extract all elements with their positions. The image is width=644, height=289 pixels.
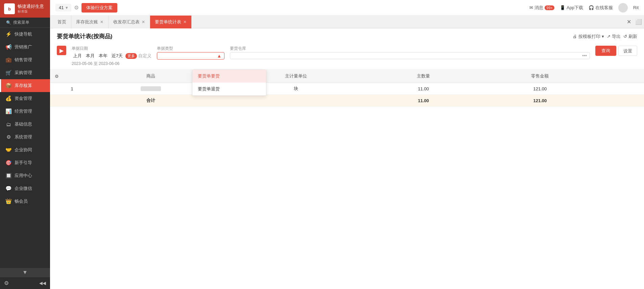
footer-label: 合计 [80, 95, 221, 107]
filter-more-btn[interactable]: 更多 [125, 53, 137, 59]
sidebar-item-member[interactable]: 👑畅会员 [0, 195, 50, 208]
tab-close-order-stat[interactable]: ✕ [183, 20, 187, 24]
sidebar-item-finance[interactable]: 💰资金管理 [0, 92, 50, 105]
tab-close-batch-account[interactable]: ✕ [100, 20, 103, 24]
tab-label-receipt-summary: 收发存汇总表 [113, 19, 140, 25]
online-service-btn[interactable]: 🎧 在线客服 [589, 5, 613, 11]
page-header: 要货单统计表(按商品) 🖨 按模板打印 ▾ ↗ 导出 ↺ 刷新 [50, 28, 644, 43]
print-icon: 🖨 [573, 34, 577, 39]
message-label: 消息 [534, 5, 543, 11]
refresh-label: 刷新 [628, 34, 637, 40]
nav-label-sales: 销售管理 [15, 57, 32, 63]
app-download-btn[interactable]: 📱 App下载 [560, 5, 583, 11]
chevron-down-icon: ▾ [66, 5, 68, 10]
filter-date-group: 单据日期 上月 本月 本年 近7天 更多 自定义 2023-05-06 至 20… [72, 46, 151, 67]
nav-icon-sales: 💼 [5, 57, 12, 63]
query-btn[interactable]: 查询 [595, 46, 616, 56]
app-logo: b 畅捷通好生意 标准版 [0, 0, 50, 18]
topbar-gear-icon[interactable]: ⚙ [74, 4, 79, 11]
sidebar-item-basic[interactable]: 🗂基础信息 [0, 118, 50, 131]
app-download-label: App下载 [567, 5, 583, 11]
refresh-btn[interactable]: ↺ 刷新 [623, 34, 637, 40]
table-header-row: ⚙ 商品 主计量单位 主数量 零售金额 [50, 70, 644, 83]
nav-label-system: 系统管理 [15, 134, 32, 140]
filter-date-range: 2023-05-06 至 2023-06-06 [72, 61, 119, 67]
collapse-icon[interactable]: ◀◀ [39, 281, 46, 286]
filter-custom-btn[interactable]: 自定义 [138, 53, 151, 59]
footer-empty1 [50, 95, 64, 107]
print-chevron-icon: ▾ [602, 34, 604, 39]
message-btn[interactable]: ✉ 消息 99+ [529, 5, 554, 11]
sidebar-item-guide[interactable]: 🎯新手引导 [0, 156, 50, 169]
dropdown-item-order-goods[interactable]: 要货单要货 [192, 70, 266, 83]
sidebar-item-operation[interactable]: 📊经营管理 [0, 105, 50, 118]
avatar[interactable] [618, 3, 628, 13]
tab-close-receipt-summary[interactable]: ✕ [142, 20, 145, 24]
tabs-bar: 首页库存批次账✕收发存汇总表✕要货单统计表✕ ✕ ⬜ [50, 16, 644, 28]
settings-icon[interactable]: ⚙ [4, 280, 9, 286]
sidebar-item-inventory[interactable]: 📦库存核算 [0, 79, 50, 92]
th-no [64, 70, 80, 83]
app-name: 畅捷通好生意 [18, 4, 44, 9]
topbar-left: 41 ▾ ⚙ 体验行业方案 [55, 3, 529, 13]
nav-icon-appstore: 🔲 [5, 173, 12, 179]
nav-icon-quick-nav: ⚡ [5, 31, 12, 37]
sidebar-item-quick-nav[interactable]: ⚡快捷导航 [0, 28, 50, 41]
filter-last-month-btn[interactable]: 上月 [72, 52, 83, 60]
nav-label-guide: 新手引导 [15, 160, 32, 166]
th-qty: 主数量 [371, 70, 476, 83]
filter-type-input-wrap: ▲ [157, 52, 224, 60]
export-btn[interactable]: ↗ 导出 [607, 34, 621, 40]
tab-batch-account[interactable]: 库存批次账✕ [71, 16, 109, 28]
sidebar-item-system[interactable]: ⚙系统管理 [0, 131, 50, 143]
app-sub: 标准版 [18, 9, 44, 14]
logo-icon: b [4, 3, 15, 14]
sidebar-nav: ⚡快捷导航📢营销推广💼销售管理🛒采购管理📦库存核算💰资金管理📊经营管理🗂基础信息… [0, 28, 50, 268]
search-menu[interactable]: 🔍 搜索菜单 [0, 18, 50, 28]
filter-type-chevron-icon[interactable]: ▲ [217, 53, 221, 59]
maximize-tab-btn[interactable]: ⬜ [633, 19, 644, 25]
nav-icon-inventory: 📦 [5, 83, 12, 89]
footer-qty: 11.00 [371, 95, 476, 107]
filter-this-year-btn[interactable]: 本年 [97, 52, 109, 60]
td-qty: 11.00 [371, 83, 476, 95]
trial-btn[interactable]: 体验行业方案 [81, 3, 117, 13]
close-tab-btn[interactable]: ✕ [625, 19, 633, 25]
sidebar-item-wechat[interactable]: 💬企业微信 [0, 182, 50, 195]
filter-toggle-btn[interactable]: ▶ [57, 46, 66, 55]
nav-label-inventory: 库存核算 [15, 83, 32, 89]
online-service-label: 在线客服 [595, 5, 613, 11]
tab-label-home: 首页 [57, 19, 66, 25]
th-empty [604, 70, 644, 83]
filter-type-input[interactable] [160, 53, 217, 59]
filter-type-group: 单据类型 ▲ [157, 46, 224, 60]
filter-warehouse-input-wrap: ••• [230, 52, 590, 59]
export-label: 导出 [612, 34, 621, 40]
sidebar-scroll-down[interactable]: ▼ [0, 268, 50, 277]
dropdown-item-order-return[interactable]: 要货单退货 [192, 83, 266, 95]
filter-this-month-btn[interactable]: 本月 [85, 52, 96, 60]
sidebar-item-enterprise[interactable]: 🤝企业协同 [0, 143, 50, 156]
td-amount: 121.00 [476, 83, 604, 95]
tab-receipt-summary[interactable]: 收发存汇总表✕ [109, 16, 150, 28]
settings-btn[interactable]: 设置 [618, 46, 637, 56]
sidebar-item-purchase[interactable]: 🛒采购管理 [0, 66, 50, 79]
td-empty [604, 83, 644, 95]
tab-home[interactable]: 首页 [53, 16, 71, 28]
sidebar-item-sales[interactable]: 💼销售管理 [0, 53, 50, 66]
nav-label-appstore: 应用中心 [15, 173, 32, 179]
td-no: 1 [64, 83, 80, 95]
store-selector[interactable]: 41 ▾ [55, 4, 71, 12]
sidebar: b 畅捷通好生意 标准版 🔍 搜索菜单 ⚡快捷导航📢营销推广💼销售管理🛒采购管理… [0, 0, 50, 289]
sidebar-item-marketing[interactable]: 📢营销推广 [0, 41, 50, 53]
th-settings[interactable]: ⚙ [50, 70, 64, 83]
filter-warehouse-input[interactable] [233, 53, 582, 58]
tab-order-stat[interactable]: 要货单统计表✕ [150, 16, 192, 28]
search-label: 搜索菜单 [13, 20, 29, 25]
filter-7days-btn[interactable]: 近7天 [110, 52, 124, 60]
sidebar-item-appstore[interactable]: 🔲应用中心 [0, 169, 50, 182]
filter-warehouse-more-icon[interactable]: ••• [582, 53, 587, 58]
print-btn[interactable]: 🖨 按模板打印 ▾ [573, 34, 604, 40]
refresh-icon: ↺ [623, 34, 627, 39]
store-id: 41 [59, 5, 64, 10]
